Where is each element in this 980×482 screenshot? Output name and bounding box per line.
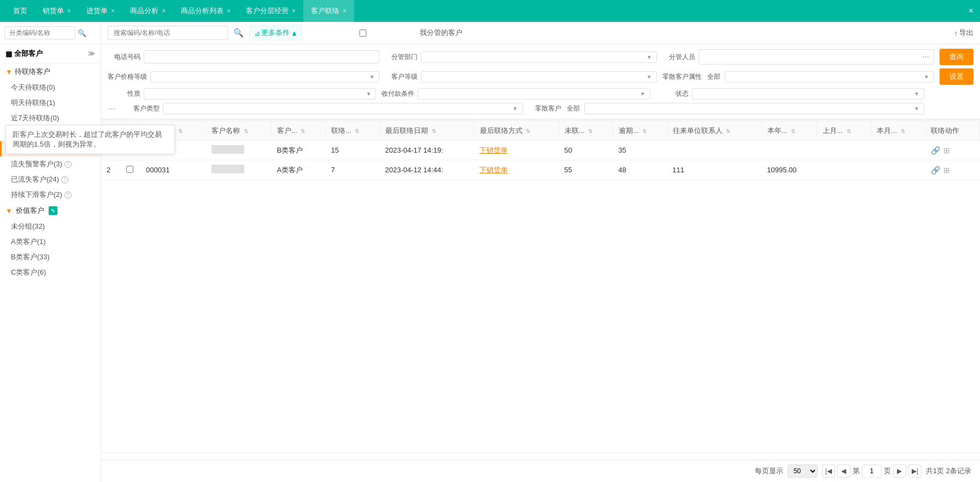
nav-purchase-order[interactable]: 进货单 × — [79, 0, 122, 22]
close-customer-contact[interactable]: × — [343, 7, 347, 15]
pending-contact-section[interactable]: ▼ 待联络客户 — [0, 63, 101, 80]
sidebar-search-button[interactable]: 🔍 — [78, 29, 86, 37]
close-sales-order[interactable]: × — [67, 7, 71, 15]
row-code: 000031 — [140, 160, 206, 180]
sidebar-collapse-button[interactable]: ≫ — [88, 50, 95, 57]
action-grid-icon[interactable]: ⊞ — [943, 166, 950, 175]
sort-person-icon: ⇅ — [726, 128, 730, 134]
next-page-button[interactable]: ▶ — [893, 464, 906, 478]
row-index: 2 — [101, 160, 121, 180]
table-header-row: ⚙ 客户编码 ⇅ 客户名称 ⇅ 客户... ⇅ 联络... ⇅ 最后联络日期 ⇅… — [101, 121, 980, 141]
sidebar-already-lost[interactable]: 已流失客户(24) ? — [0, 172, 101, 187]
close-purchase-order[interactable]: × — [111, 7, 115, 15]
row-not-contacted: 55 — [559, 160, 613, 180]
col-type[interactable]: 客户... ⇅ — [271, 121, 325, 141]
nav-product-analysis-list[interactable]: 商品分析列表 × — [173, 0, 238, 22]
sidebar-keep-descending[interactable]: 持续下滑客户(2) ? — [0, 187, 101, 202]
window-close-button[interactable]: × — [969, 6, 973, 16]
sidebar-week-pending[interactable]: 近7天待联络(0) — [0, 111, 101, 126]
col-last-month[interactable]: 上月... ⇅ — [817, 121, 871, 141]
nav-product-analysis[interactable]: 商品分析 × — [122, 0, 173, 22]
col-last-method[interactable]: 最后联络方式 ⇅ — [474, 121, 559, 141]
dept-arrow-icon: ▼ — [647, 54, 652, 60]
retail-attr-select[interactable]: ▼ — [725, 71, 934, 83]
manager-dots[interactable]: ··· — [922, 52, 929, 62]
close-product-analysis-list[interactable]: × — [227, 7, 231, 15]
row-current-month — [871, 160, 925, 180]
row-checkbox[interactable] — [121, 160, 140, 180]
lost-preview-info-icon[interactable]: ? — [64, 161, 72, 168]
sidebar-a-class[interactable]: A类客户(1) — [0, 234, 101, 249]
table-row: 1 000039 B类客户 15 2023-04-17 14:19: 下销货单 … — [101, 141, 980, 160]
nav-customer-contact[interactable]: 客户联络 × — [303, 0, 354, 22]
page-input[interactable] — [862, 464, 882, 478]
retail-customer-select[interactable]: ▼ — [584, 103, 925, 114]
row-last-method[interactable]: 下销货单 — [474, 141, 559, 160]
action-link-icon[interactable]: 🔗 — [931, 166, 940, 175]
nav-sales-order[interactable]: 销货单 × — [35, 0, 79, 22]
export-button[interactable]: ↑ 导出 — [954, 28, 974, 38]
close-customer-tier[interactable]: × — [292, 7, 296, 15]
close-product-analysis[interactable]: × — [162, 7, 166, 15]
per-page-select[interactable]: 50 20 100 — [788, 464, 818, 478]
sidebar-lost-preview[interactable]: 流失预警客户(3) ? — [0, 156, 101, 172]
already-lost-info-icon[interactable]: ? — [61, 176, 68, 183]
first-page-button[interactable]: |◀ — [822, 464, 835, 478]
dept-select[interactable]: ▼ — [421, 51, 656, 63]
search-button[interactable]: 🔍 — [233, 28, 244, 38]
row-name — [206, 160, 272, 180]
row-not-contacted: 50 — [559, 141, 613, 160]
customer-type-select[interactable]: ▼ — [163, 103, 523, 114]
retail-attr-arrow-icon: ▼ — [924, 74, 929, 80]
nav-home[interactable]: 首页 — [5, 0, 35, 22]
value-section-edit-icon[interactable]: ✎ — [49, 206, 57, 215]
row-select-checkbox[interactable] — [126, 166, 133, 173]
col-last-date[interactable]: 最后联络日期 ⇅ — [379, 121, 474, 141]
main-layout: 🔍 ▦ 全部客户 ≫ ▼ 待联络客户 今天待联络(0) 明天待联络(1) 近7天… — [0, 22, 980, 482]
data-table-container: ⚙ 客户编码 ⇅ 客户名称 ⇅ 客户... ⇅ 联络... ⇅ 最后联络日期 ⇅… — [101, 121, 980, 452]
action-grid-icon[interactable]: ⊞ — [943, 146, 950, 155]
row4-dots[interactable]: ··· — [108, 103, 116, 114]
sidebar-ungrouped[interactable]: 未分组(32) — [0, 219, 101, 234]
sort-year-icon: ⇅ — [791, 128, 795, 134]
price-grade-select[interactable]: ▼ — [150, 71, 379, 83]
row-last-month — [817, 141, 871, 160]
col-current-month[interactable]: 本月... ⇅ — [871, 121, 925, 141]
settings-button[interactable]: 设置 — [940, 68, 973, 85]
col-name[interactable]: 客户名称 ⇅ — [206, 121, 272, 141]
sidebar-search-input[interactable] — [4, 26, 75, 39]
phone-input[interactable] — [144, 50, 379, 63]
row-overdue: 48 — [613, 160, 667, 180]
sidebar-tomorrow-pending[interactable]: 明天待联络(1) — [0, 95, 101, 111]
sort-name-icon: ⇅ — [244, 128, 248, 134]
sidebar-c-class[interactable]: C类客户(6) — [0, 265, 101, 280]
last-page-button[interactable]: ▶| — [908, 464, 922, 478]
customer-grade-arrow-icon: ▼ — [647, 74, 652, 80]
manager-select[interactable]: ··· — [699, 49, 934, 65]
query-button[interactable]: 查询 — [940, 49, 973, 65]
nav-customer-tier[interactable]: 客户分层经营 × — [238, 0, 303, 22]
payment-select[interactable]: ▼ — [418, 88, 650, 100]
sidebar-today-pending[interactable]: 今天待联络(0) — [0, 80, 101, 95]
keep-descending-info-icon[interactable]: ? — [64, 191, 72, 199]
filter-row-4: ··· 客户类型 ▼ 零散客户 全部 ▼ — [108, 103, 973, 114]
page-nav: |◀ ◀ 第 页 ▶ ▶| — [822, 464, 922, 478]
status-select[interactable]: ▼ — [692, 88, 924, 100]
col-not-contacted[interactable]: 未联... ⇅ — [559, 121, 613, 141]
col-overdue[interactable]: 逾期... ⇅ — [613, 121, 667, 141]
gender-select[interactable]: ▼ — [144, 88, 376, 100]
col-contact[interactable]: 联络... ⇅ — [325, 121, 379, 141]
sidebar-b-class[interactable]: B类客户(33) — [0, 249, 101, 265]
chevron-up-icon: ▲ — [291, 29, 298, 37]
prev-page-button[interactable]: ◀ — [837, 464, 850, 478]
sort-method-icon: ⇅ — [526, 128, 530, 134]
horizontal-scroll[interactable] — [101, 452, 980, 460]
col-current-year[interactable]: 本年... ⇅ — [761, 121, 817, 141]
more-conditions-button[interactable]: ⊿ 更多条件 ▲ — [249, 25, 303, 40]
my-customers-checkbox[interactable] — [308, 30, 418, 37]
col-contact-person[interactable]: 往来单位联系人 ⇅ — [667, 121, 761, 141]
row-last-method[interactable]: 下销货单 — [474, 160, 559, 180]
action-link-icon[interactable]: 🔗 — [931, 146, 940, 155]
customer-grade-select[interactable]: ▼ — [421, 71, 656, 83]
search-input[interactable] — [108, 26, 228, 40]
